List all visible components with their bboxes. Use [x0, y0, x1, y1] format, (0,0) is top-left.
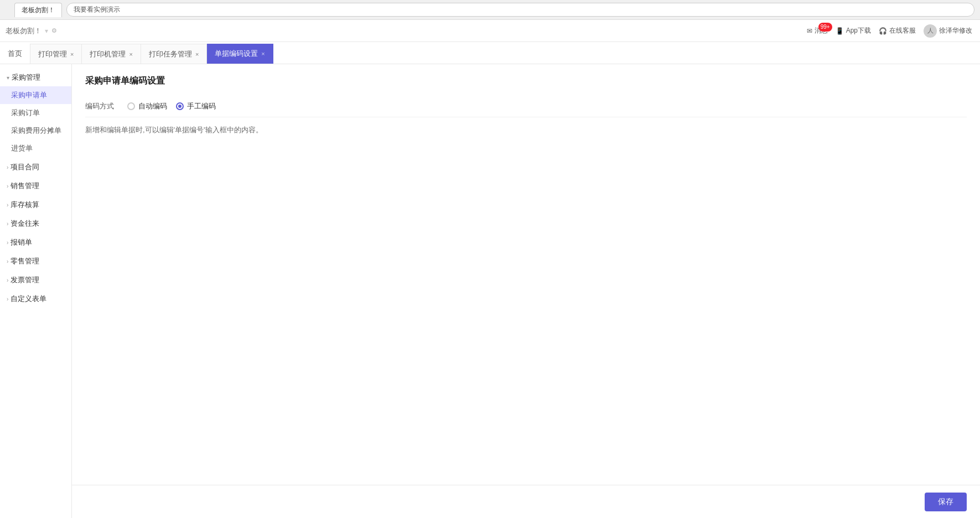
main-layout: ▾ 采购管理 采购申请单 采购订单 采购费用分摊单 进货单 › 项目合同	[0, 64, 980, 518]
download-icon: 📱	[836, 27, 844, 35]
message-icon: ✉	[807, 27, 812, 35]
online-service-btn[interactable]: 🎧 在线客服	[879, 26, 916, 35]
tab-home-label: 首页	[8, 49, 22, 59]
sidebar-group-project: › 项目合同	[0, 158, 71, 176]
chevron-right-icon-5: ›	[7, 240, 8, 246]
tab-home[interactable]: 首页	[0, 44, 30, 64]
app-logo[interactable]: 老板勿割！	[6, 26, 42, 36]
browser-tab-label: 老板勿割！	[22, 6, 55, 15]
sidebar-group-capital: › 资金往来	[0, 215, 71, 232]
tab-document-code[interactable]: 单据编码设置 ×	[207, 44, 273, 64]
sidebar-group-custom-form-label: 自定义表单	[11, 294, 46, 304]
app-download-label: App下载	[846, 26, 871, 35]
url-bar[interactable]: 我要看实例演示	[66, 3, 974, 17]
sidebar-item-purchase-order-label: 采购订单	[11, 108, 40, 117]
avatar: 人	[924, 24, 937, 38]
tab-printer-management-close[interactable]: ×	[129, 51, 132, 58]
app-download-btn[interactable]: 📱 App下载	[836, 26, 871, 35]
topbar-right: ✉ 消息 99+ 📱 App下载 🎧 在线客服 人 徐泽华修改	[807, 24, 980, 38]
online-service-label: 在线客服	[889, 26, 916, 35]
browser-bar: 老板勿割！ 我要看实例演示	[0, 0, 980, 20]
topbar-left: 老板勿割！ ▾ ⚙	[6, 26, 807, 36]
tab-printer-management-label: 打印机管理	[90, 49, 126, 59]
sidebar-item-receipt[interactable]: 进货单	[0, 139, 71, 157]
radio-group-coding: 自动编码 手工编码	[127, 101, 216, 111]
sidebar-item-purchase-expense[interactable]: 采购费用分摊单	[0, 122, 71, 139]
app-topbar: 老板勿割！ ▾ ⚙ ✉ 消息 99+ 📱 App下载 🎧 在线客服 人 徐泽华修…	[0, 20, 980, 42]
sidebar-group-invoice: › 发票管理	[0, 271, 71, 289]
tab-print-task[interactable]: 打印任务管理 ×	[141, 44, 207, 64]
sidebar-group-purchase-label: 采购管理	[12, 72, 40, 82]
page-title: 采购申请单编码设置	[85, 75, 967, 87]
sidebar-group-retail-label: 零售管理	[11, 256, 39, 266]
tab-print-management-label: 打印管理	[38, 49, 67, 59]
chevron-right-icon-7: ›	[7, 277, 8, 283]
sidebar-group-inventory: › 库存核算	[0, 196, 71, 214]
sidebar-group-retail-title[interactable]: › 零售管理	[0, 252, 71, 270]
info-text: 新增和编辑单据时,可以编辑'单据编号'输入框中的内容。	[85, 125, 967, 135]
sidebar-group-project-label: 项目合同	[11, 162, 39, 172]
sidebar-group-purchase-title[interactable]: ▾ 采购管理	[0, 69, 71, 86]
sidebar-group-sales-label: 销售管理	[11, 181, 39, 191]
tab-print-management[interactable]: 打印管理 ×	[30, 44, 82, 64]
tab-bar: 首页 打印管理 × 打印机管理 × 打印任务管理 × 单据编码设置 ×	[0, 42, 980, 64]
tab-printer-management[interactable]: 打印机管理 ×	[82, 44, 141, 64]
sidebar-item-receipt-label: 进货单	[11, 144, 33, 152]
sidebar-group-custom-form: › 自定义表单	[0, 290, 71, 308]
bottom-bar: 保存	[72, 485, 980, 518]
sidebar-group-inventory-label: 库存核算	[11, 200, 39, 210]
sidebar-item-purchase-order[interactable]: 采购订单	[0, 104, 71, 122]
tab-document-code-close[interactable]: ×	[261, 50, 265, 57]
chevron-right-icon-6: ›	[7, 258, 8, 265]
tab-print-management-close[interactable]: ×	[70, 51, 74, 58]
sidebar-group-invoice-label: 发票管理	[11, 275, 39, 285]
save-button[interactable]: 保存	[925, 493, 967, 511]
sidebar-group-project-title[interactable]: › 项目合同	[0, 158, 71, 176]
tab-print-task-label: 打印任务管理	[149, 49, 192, 59]
sidebar-item-purchase-expense-label: 采购费用分摊单	[11, 126, 61, 134]
radio-manual-code-circle	[176, 102, 184, 110]
user-info[interactable]: 人 徐泽华修改	[924, 24, 972, 38]
tab-print-task-close[interactable]: ×	[195, 51, 199, 58]
sidebar-group-retail: › 零售管理	[0, 252, 71, 270]
content-area: 采购申请单编码设置 编码方式 自动编码 手工编码 新增和编辑单据时,可以编辑'单…	[72, 64, 980, 518]
sidebar-group-capital-label: 资金往来	[11, 219, 39, 229]
message-badge: 99+	[818, 23, 832, 32]
message-btn[interactable]: ✉ 消息 99+	[807, 26, 828, 35]
sidebar-item-purchase-request-label: 采购申请单	[11, 91, 47, 99]
chevron-right-icon-8: ›	[7, 296, 8, 302]
radio-auto-code[interactable]: 自动编码	[127, 101, 167, 111]
sidebar-group-custom-form-title[interactable]: › 自定义表单	[0, 290, 71, 308]
content-main: 采购申请单编码设置 编码方式 自动编码 手工编码 新增和编辑单据时,可以编辑'单…	[72, 64, 980, 485]
chevron-right-icon-3: ›	[7, 202, 8, 208]
sidebar-group-expense-title[interactable]: › 报销单	[0, 234, 71, 251]
sidebar-group-purchase: ▾ 采购管理 采购申请单 采购订单 采购费用分摊单 进货单	[0, 69, 71, 157]
username: 徐泽华修改	[939, 26, 972, 35]
chevron-right-icon: ›	[7, 164, 8, 170]
url-text: 我要看实例演示	[74, 5, 120, 14]
sidebar-item-purchase-request[interactable]: 采购申请单	[0, 86, 71, 104]
coding-method-row: 编码方式 自动编码 手工编码	[85, 96, 967, 117]
chevron-right-icon-2: ›	[7, 183, 8, 189]
tab-document-code-label: 单据编码设置	[215, 49, 258, 59]
headset-icon: 🎧	[879, 27, 887, 35]
browser-tab[interactable]: 老板勿割！	[14, 3, 62, 17]
chevron-right-icon-4: ›	[7, 221, 8, 227]
topbar-settings-icon[interactable]: ⚙	[51, 27, 57, 34]
radio-auto-code-circle	[127, 102, 135, 110]
sidebar-group-inventory-title[interactable]: › 库存核算	[0, 196, 71, 214]
chevron-down-icon: ▾	[7, 75, 9, 81]
radio-manual-code-label: 手工编码	[187, 101, 216, 111]
sidebar-group-expense-label: 报销单	[11, 237, 32, 247]
sidebar-group-capital-title[interactable]: › 资金往来	[0, 215, 71, 232]
sidebar-group-sales: › 销售管理	[0, 177, 71, 195]
sidebar-group-invoice-title[interactable]: › 发票管理	[0, 271, 71, 289]
sidebar: ▾ 采购管理 采购申请单 采购订单 采购费用分摊单 进货单 › 项目合同	[0, 64, 72, 518]
coding-method-label: 编码方式	[85, 101, 118, 111]
radio-manual-code[interactable]: 手工编码	[176, 101, 216, 111]
radio-auto-code-label: 自动编码	[138, 101, 167, 111]
sidebar-group-expense: › 报销单	[0, 234, 71, 251]
sidebar-group-sales-title[interactable]: › 销售管理	[0, 177, 71, 195]
topbar-divider: ▾	[45, 27, 48, 35]
